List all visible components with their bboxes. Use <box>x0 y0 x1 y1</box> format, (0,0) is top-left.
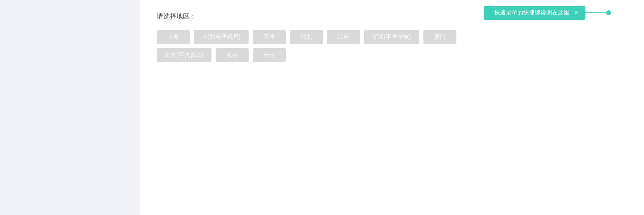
region-button[interactable]: 上海(电子税局) <box>194 30 249 44</box>
region-button[interactable]: 天津 <box>253 30 286 44</box>
region-buttons-row2: 山东(不含青岛)海南云南 <box>157 48 628 62</box>
region-button[interactable]: 山东(不含青岛) <box>157 48 212 62</box>
main-content: 快速录单的快捷键说明在这里 × 请选择地区： 上海上海(电子税局)天津河北江苏浙… <box>140 0 644 215</box>
tooltip-connector <box>585 12 606 13</box>
page-layout: 快速录单的快捷键说明在这里 × 请选择地区： 上海上海(电子税局)天津河北江苏浙… <box>0 0 644 215</box>
region-buttons-row1: 上海上海(电子税局)天津河北江苏浙江(不含宁波)厦门 <box>157 30 628 44</box>
sidebar <box>0 0 140 215</box>
tooltip-bar: 快速录单的快捷键说明在这里 × <box>484 6 611 20</box>
tooltip-close-button[interactable]: × <box>573 9 579 16</box>
region-button[interactable]: 海南 <box>216 48 249 62</box>
region-button[interactable]: 上海 <box>157 30 190 44</box>
tooltip-content: 快速录单的快捷键说明在这里 × <box>484 6 585 20</box>
region-button[interactable]: 江苏 <box>327 30 360 44</box>
region-button[interactable]: 云南 <box>253 48 286 62</box>
tooltip-label: 快速录单的快捷键说明在这里 <box>494 9 569 16</box>
tooltip-dot <box>606 10 611 15</box>
region-button[interactable]: 河北 <box>290 30 323 44</box>
region-buttons-container: 上海上海(电子税局)天津河北江苏浙江(不含宁波)厦门 山东(不含青岛)海南云南 <box>157 30 628 62</box>
region-button[interactable]: 浙江(不含宁波) <box>364 30 419 44</box>
region-button[interactable]: 厦门 <box>423 30 456 44</box>
